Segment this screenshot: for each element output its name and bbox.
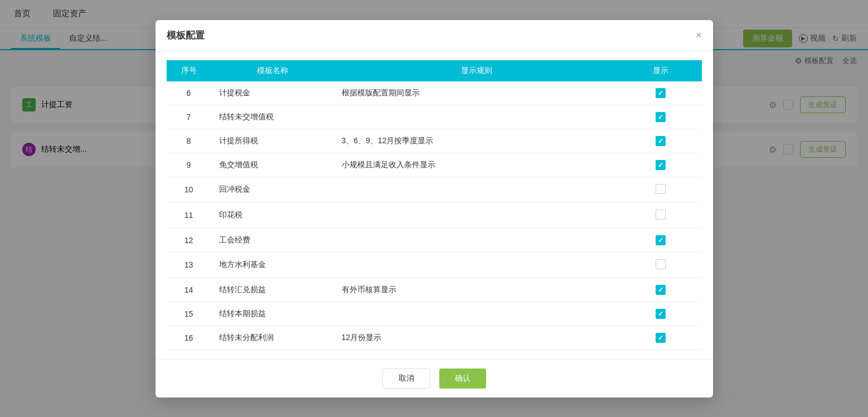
table-body: 6计提税金根据模版配置期间显示7结转未交增值税8计提所得税3、6、9、12月按季… <box>167 81 702 350</box>
cell-rule-4 <box>334 177 620 202</box>
table-row: 15结转本期损益 <box>167 302 702 326</box>
col-header-id: 序号 <box>167 60 211 81</box>
table-header: 序号 模板名称 显示规则 显示 <box>167 60 702 81</box>
col-header-rule: 显示规则 <box>334 60 620 81</box>
table-row: 8计提所得税3、6、9、12月按季度显示 <box>167 129 702 153</box>
config-table: 序号 模板名称 显示规则 显示 6计提税金根据模版配置期间显示7结转未交增值税8… <box>167 60 702 350</box>
cell-id-9: 15 <box>167 302 211 326</box>
cell-rule-1 <box>334 105 620 129</box>
cell-name-8: 结转汇兑损益 <box>211 278 334 302</box>
cell-rule-9 <box>334 302 620 326</box>
cell-name-0: 计提税金 <box>211 81 334 105</box>
cell-check-4 <box>620 177 702 202</box>
cell-check-1 <box>620 105 702 129</box>
table-row: 14结转汇兑损益有外币核算显示 <box>167 278 702 302</box>
cell-check-6 <box>620 228 702 252</box>
table-row: 7结转未交增值税 <box>167 105 702 129</box>
checkbox-9[interactable] <box>656 309 666 319</box>
cell-check-2 <box>620 129 702 153</box>
checkbox-0[interactable] <box>656 88 666 98</box>
cell-name-6: 工会经费 <box>211 228 334 252</box>
cell-rule-5 <box>334 202 620 228</box>
cell-name-1: 结转未交增值税 <box>211 105 334 129</box>
cell-name-2: 计提所得税 <box>211 129 334 153</box>
cell-id-7: 13 <box>167 252 211 278</box>
cell-id-10: 16 <box>167 326 211 350</box>
confirm-button[interactable]: 确认 <box>439 368 486 389</box>
cell-id-3: 9 <box>167 153 211 177</box>
cell-id-5: 11 <box>167 202 211 228</box>
cell-name-9: 结转本期损益 <box>211 302 334 326</box>
cell-check-10 <box>620 326 702 350</box>
cell-name-10: 结转未分配利润 <box>211 326 334 350</box>
cell-id-8: 14 <box>167 278 211 302</box>
cell-id-4: 10 <box>167 177 211 202</box>
cell-id-1: 7 <box>167 105 211 129</box>
cell-id-0: 6 <box>167 81 211 105</box>
table-row: 6计提税金根据模版配置期间显示 <box>167 81 702 105</box>
cell-check-8 <box>620 278 702 302</box>
cell-name-3: 免交增值税 <box>211 153 334 177</box>
checkbox-5[interactable] <box>656 210 666 220</box>
cell-rule-8: 有外币核算显示 <box>334 278 620 302</box>
cell-rule-3: 小规模且满足收入条件显示 <box>334 153 620 177</box>
table-row: 12工会经费 <box>167 228 702 252</box>
table-row: 10回冲税金 <box>167 177 702 202</box>
table-row: 11印花税 <box>167 202 702 228</box>
checkbox-1[interactable] <box>656 112 666 122</box>
col-header-name: 模板名称 <box>211 60 334 81</box>
cell-rule-2: 3、6、9、12月按季度显示 <box>334 129 620 153</box>
cancel-button[interactable]: 取消 <box>382 368 430 389</box>
modal-body: 序号 模板名称 显示规则 显示 6计提税金根据模版配置期间显示7结转未交增值税8… <box>156 51 713 359</box>
cell-check-7 <box>620 252 702 278</box>
modal-overlay: 模板配置 × 序号 模板名称 显示规则 显示 6计提税金根据模版配置期间显示7结… <box>0 0 868 417</box>
table-row: 13地方水利基金 <box>167 252 702 278</box>
checkbox-3[interactable] <box>656 160 666 170</box>
cell-name-7: 地方水利基金 <box>211 252 334 278</box>
checkbox-6[interactable] <box>656 235 666 245</box>
modal-title: 模板配置 <box>167 29 205 42</box>
cell-rule-0: 根据模版配置期间显示 <box>334 81 620 105</box>
cell-check-5 <box>620 202 702 228</box>
cell-rule-6 <box>334 228 620 252</box>
checkbox-10[interactable] <box>656 333 666 343</box>
table-row: 9免交增值税小规模且满足收入条件显示 <box>167 153 702 177</box>
cell-id-6: 12 <box>167 228 211 252</box>
cell-check-9 <box>620 302 702 326</box>
checkbox-2[interactable] <box>656 136 666 146</box>
table-row: 16结转未分配利润12月份显示 <box>167 326 702 350</box>
cell-rule-10: 12月份显示 <box>334 326 620 350</box>
cell-check-3 <box>620 153 702 177</box>
cell-name-5: 印花税 <box>211 202 334 228</box>
cell-id-2: 8 <box>167 129 211 153</box>
modal-close-button[interactable]: × <box>696 30 702 40</box>
col-header-display: 显示 <box>620 60 702 81</box>
checkbox-7[interactable] <box>656 259 666 269</box>
cell-rule-7 <box>334 252 620 278</box>
modal-header: 模板配置 × <box>156 20 713 51</box>
checkbox-4[interactable] <box>656 184 666 194</box>
cell-name-4: 回冲税金 <box>211 177 334 202</box>
modal-footer: 取消 确认 <box>156 359 713 397</box>
checkbox-8[interactable] <box>656 285 666 295</box>
template-config-modal: 模板配置 × 序号 模板名称 显示规则 显示 6计提税金根据模版配置期间显示7结… <box>156 20 713 397</box>
cell-check-0 <box>620 81 702 105</box>
